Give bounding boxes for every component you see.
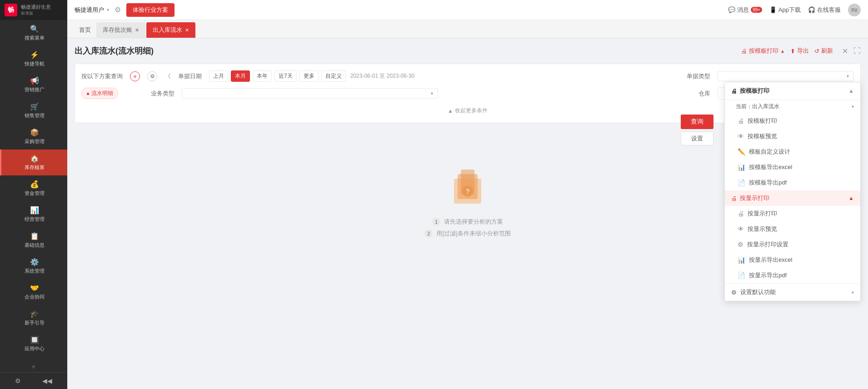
export-btn[interactable]: ⬆ 导出 (790, 47, 809, 55)
sidebar-item-marketing[interactable]: 📢 营销推广 (0, 72, 67, 98)
sidebar-item-label: 营销推广 (25, 86, 45, 93)
sidebar-item-label: 应用中心 (25, 345, 45, 352)
tab-batch-account[interactable]: 库存批次账 ✕ (96, 22, 145, 38)
sidebar-item-system[interactable]: ⚙️ 系统管理 (0, 253, 67, 279)
page-title: 出入库流水(流水明细) (75, 45, 154, 56)
dropdown-panel-collapse-arrow[interactable]: ▲ (848, 88, 854, 94)
sidebar-item-inventory[interactable]: 🏠 库存核算 (0, 150, 67, 175)
warehouse-label: 仓库 (698, 90, 710, 98)
box-icon: 📦 (30, 128, 39, 137)
sidebar-item-shortcut[interactable]: ⚡ 快捷导航 (0, 46, 67, 72)
date-this-month-btn[interactable]: 本月 (231, 70, 250, 82)
sidebar-item-operations[interactable]: 📊 经营管理 (0, 201, 67, 227)
dropdown-item-export-excel-template[interactable]: 📊 按模板导出excel (725, 160, 860, 175)
cart-icon: 🛒 (30, 102, 39, 111)
filter-collapse-button[interactable]: 《 (165, 72, 171, 80)
date-more-btn[interactable]: 更多 (299, 70, 319, 82)
dropdown-item-display-print[interactable]: 🖨 按显示打印 (725, 206, 860, 221)
step-1-text: 请先选择要分析的方案 (444, 218, 503, 226)
sidebar-item-label: 采购管理 (25, 138, 45, 145)
dropdown-item-export-pdf-template[interactable]: 📄 按模板导出pdf (725, 175, 860, 190)
sidebar-settings-icon[interactable]: ⚙ (15, 377, 21, 384)
date-range: 2023-06-01 至 2023-06-30 (350, 72, 414, 80)
refresh-btn[interactable]: ↺ 刷新 (814, 47, 833, 55)
sidebar-item-enterprise[interactable]: 🤝 企业协同 (0, 279, 67, 305)
date-last-month-btn[interactable]: 上月 (209, 70, 228, 82)
sidebar-collapse-icon[interactable]: ◀◀ (42, 377, 52, 384)
headset-icon: 🎧 (808, 6, 815, 13)
collapse-label: 收起更多条件 (455, 107, 488, 115)
dropdown-item-display-preview[interactable]: 👁 按显示预览 (725, 221, 860, 237)
dropdown-item-label: 按显示导出excel (749, 256, 792, 264)
dropdown-display-group-header[interactable]: 🖨 按显示打印 ▲ (725, 190, 860, 206)
user-avatar[interactable]: Rit (848, 4, 861, 16)
dropdown-item-display-export-excel[interactable]: 📊 按显示导出excel (725, 252, 860, 268)
tab-home[interactable]: 首页 (75, 22, 95, 38)
dropdown-footer[interactable]: ⚙ 设置默认功能 ▾ (725, 283, 860, 301)
dropdown-current-item[interactable]: 当前：出入库流水 ▾ (725, 100, 860, 113)
settings-button[interactable]: 设置 (681, 132, 713, 145)
sidebar-item-apps[interactable]: 🔲 应用中心 (0, 331, 67, 357)
sidebar-bottom: ⚙ ◀◀ (0, 372, 67, 389)
date-custom-btn[interactable]: 自定义 (321, 70, 346, 82)
doc-type-dropdown[interactable]: ▾ (718, 71, 854, 81)
flash-icon: ⚡ (30, 50, 39, 59)
date-last7days-btn[interactable]: 近7天 (274, 70, 297, 82)
dropdown-item-display-print-settings[interactable]: ⚙ 按显示打印设置 (725, 237, 860, 252)
svg-text:?: ? (466, 188, 469, 195)
sidebar-item-weixin[interactable]: 💬 企业微信 (0, 357, 67, 362)
sidebar-item-base[interactable]: 📋 基础信息 (0, 227, 67, 253)
export-icon: ⬆ (790, 48, 795, 55)
step-2-num: 2 (424, 229, 433, 238)
print-template-btn[interactable]: 🖨 按模板打印 ▲ (741, 47, 785, 55)
printer-small2-icon: 🖨 (738, 210, 744, 217)
online-service-action[interactable]: 🎧 在线客服 (808, 6, 841, 14)
print-icon-header: 🖨 (731, 88, 737, 95)
doc-icon: 📋 (30, 232, 39, 240)
pdf-icon: 📄 (738, 179, 745, 186)
filter-add-button[interactable]: + (130, 71, 140, 81)
sidebar-logo: 畅 畅捷通好生意 标准版 (0, 0, 67, 20)
dropdown-item-print-template[interactable]: 🖨 按模板打印 (725, 113, 860, 129)
sidebar-item-sales[interactable]: 🛒 销售管理 (0, 98, 67, 124)
dropdown-item-print-preview[interactable]: 👁 按模板预览 (725, 129, 860, 144)
sidebar-item-label: 库存核算 (25, 164, 45, 171)
dropdown-item-label: 按显示打印 (748, 209, 777, 218)
window-min-icon[interactable]: ✕ (842, 47, 848, 55)
window-max-icon[interactable]: ⛶ (853, 47, 861, 55)
dropdown-item-display-export-pdf[interactable]: 📄 按显示导出pdf (725, 268, 860, 283)
chevron-up-icon: ▲ (448, 108, 453, 114)
logo-name: 畅捷通好生意 (21, 4, 51, 10)
app-download-label: App下载 (778, 6, 801, 14)
query-button[interactable]: 查询 (681, 115, 713, 129)
sidebar-item-guide[interactable]: 🎓 新手引导 (0, 305, 67, 331)
sidebar-scroll-down[interactable]: ▼ (0, 362, 67, 372)
chart-icon: 📊 (30, 206, 39, 214)
sidebar-item-purchase[interactable]: 📦 采购管理 (0, 124, 67, 150)
filter-settings-button[interactable]: ⚙ (147, 71, 157, 81)
dropdown-panel: 🖨 按模板打印 ▲ 当前：出入库流水 ▾ 🖨 按模板打印 👁 (724, 82, 861, 301)
excel-icon: 📊 (738, 164, 745, 171)
sidebar-item-finance[interactable]: 💰 资金管理 (0, 175, 67, 201)
graduation-icon: 🎓 (30, 309, 39, 318)
biz-type-dropdown[interactable]: ▾ (182, 88, 438, 99)
gear-icon: ⚙️ (30, 258, 39, 266)
tab-batch-account-close[interactable]: ✕ (135, 27, 139, 33)
tab-flow-label: 出入库流水 (153, 26, 182, 34)
topbar-user[interactable]: 畅捷通用户 ▾ (75, 6, 109, 14)
dropdown-display-group-title: 🖨 按显示打印 (731, 194, 769, 202)
dropdown-item-label: 按显示打印设置 (747, 240, 788, 249)
topbar-gear-icon[interactable]: ⚙ (115, 5, 121, 14)
sidebar-item-search[interactable]: 🔍 搜索菜单 (0, 20, 67, 46)
app-download-action[interactable]: 📱 App下载 (769, 6, 801, 14)
trial-btn[interactable]: 体验行业方案 (126, 3, 175, 17)
tab-flow[interactable]: 出入库流水 ✕ (146, 22, 195, 38)
page-header: 出入库流水(流水明细) 🖨 按模板打印 ▲ ⬆ 导出 ↺ 刷新 (75, 45, 861, 56)
message-action[interactable]: 💬 消息 99+ (728, 6, 762, 14)
filter-label: 按以下方案查询 (81, 72, 123, 80)
printer-small-icon: 🖨 (738, 117, 744, 125)
tab-flow-close[interactable]: ✕ (185, 27, 189, 33)
date-this-year-btn[interactable]: 本年 (253, 70, 272, 82)
dropdown-item-custom-design[interactable]: ✏️ 模板自定义设计 (725, 144, 860, 160)
message-badge: 99+ (751, 7, 762, 13)
